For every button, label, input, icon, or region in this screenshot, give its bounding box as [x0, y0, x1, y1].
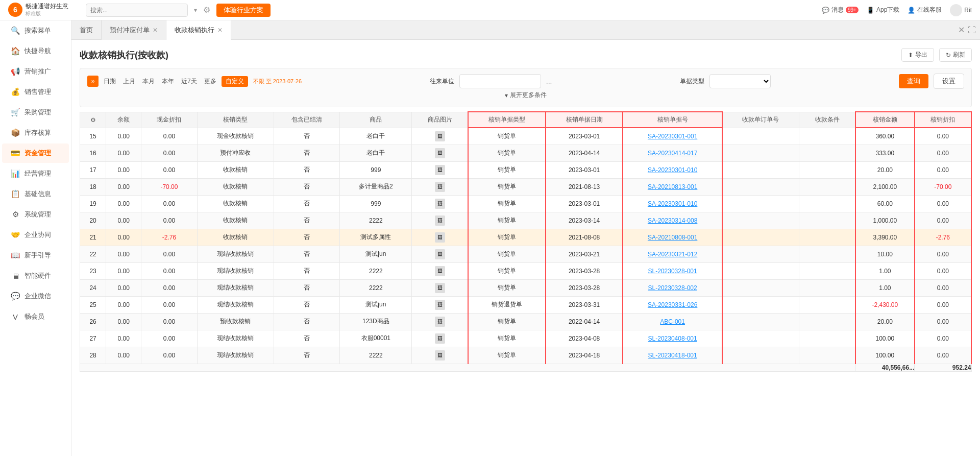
user-item[interactable]: Rit	[950, 4, 972, 16]
sidebar: 🔍 搜索菜单 🏠 快捷导航 📢 营销推广 💰 销售管理 🛒 采购管理 📦 库存核…	[0, 20, 71, 456]
row-balance: 0.00	[106, 145, 141, 161]
row-balance: 0.00	[106, 313, 141, 330]
sidebar-item-inventory[interactable]: 📦 库存核算	[2, 123, 69, 142]
search-input[interactable]	[86, 4, 188, 17]
row-writeoff-bill-date: 2022-04-14	[546, 313, 623, 330]
row-writeoff-bill-no[interactable]: SL-20230328-002	[623, 279, 722, 296]
date-opt-last-month[interactable]: 上月	[121, 76, 137, 87]
sidebar-item-system[interactable]: ⚙ 系统管理	[2, 205, 69, 224]
row-writeoff-bill-no[interactable]: SA-20230321-012	[623, 246, 722, 262]
sidebar-item-finance[interactable]: 💳 资金管理	[2, 143, 69, 163]
brand-name: 畅捷通谱好生意	[26, 3, 68, 10]
sidebar-item-wechat[interactable]: 💬 企业微信	[2, 286, 69, 306]
row-writeoff-bill-no[interactable]: SA-20230414-017	[623, 145, 722, 161]
row-receipt-order-no	[722, 145, 799, 161]
row-receipt-order-no	[722, 195, 799, 212]
row-writeoff-type: 现结收款核销	[197, 347, 274, 364]
row-writeoff-bill-date: 2023-04-14	[546, 145, 623, 161]
row-writeoff-bill-no[interactable]: SL-20230328-001	[623, 262, 722, 279]
sidebar-label-finance: 资金管理	[24, 149, 51, 158]
row-writeoff-amount: 1,000.00	[855, 212, 915, 229]
row-writeoff-bill-no[interactable]: SA-20230301-010	[623, 161, 722, 178]
search-chevron-icon[interactable]: ▾	[194, 7, 197, 14]
th-settings[interactable]: ⚙	[80, 112, 106, 128]
row-no: 23	[80, 262, 106, 279]
row-writeoff-bill-no[interactable]: SL-20230408-001	[623, 330, 722, 347]
product-image-cell: 🖼	[412, 313, 468, 330]
tab-close-all-icon[interactable]: ✕	[958, 25, 965, 35]
row-receipt-order-no	[722, 128, 799, 145]
date-opt-more[interactable]: 更多	[202, 76, 218, 87]
row-writeoff-bill-no[interactable]: SA-20210808-001	[623, 229, 722, 246]
row-writeoff-type: 现结收款核销	[197, 296, 274, 313]
export-button[interactable]: ⬆ 导出	[901, 48, 934, 62]
tab-maximize-icon[interactable]: ⛶	[968, 26, 976, 35]
settings-button[interactable]: 设置	[934, 74, 964, 89]
row-balance: 0.00	[106, 262, 141, 279]
tab-home[interactable]: 首页	[71, 20, 102, 40]
sidebar-item-marketing[interactable]: 📢 营销推广	[2, 62, 69, 81]
row-writeoff-bill-no[interactable]: SA-20230301-010	[623, 195, 722, 212]
expand-more-conditions[interactable]: ▾ 展开更多条件	[87, 89, 964, 102]
row-cash-discount: 0.00	[141, 246, 198, 262]
avatar	[950, 4, 962, 16]
row-cash-discount: 0.00	[141, 161, 198, 178]
row-writeoff-amount: 10.00	[855, 246, 915, 262]
sidebar-item-purchase[interactable]: 🛒 采购管理	[2, 103, 69, 122]
sidebar-item-search-menu[interactable]: 🔍 搜索菜单	[2, 21, 69, 40]
query-button[interactable]: 查询	[899, 74, 928, 88]
sidebar-item-enterprise[interactable]: 🤝 企业协同	[2, 225, 69, 245]
row-writeoff-amount: 2,100.00	[855, 178, 915, 195]
solution-button[interactable]: 体验行业方案	[216, 4, 271, 17]
online-service-item[interactable]: 👤 在线客服	[908, 6, 942, 14]
sidebar-item-guide[interactable]: 📖 新手引导	[2, 246, 69, 265]
gear-icon[interactable]: ⚙	[203, 5, 210, 15]
th-product-image: 商品图片	[412, 112, 468, 128]
product-image-cell: 🖼	[412, 279, 468, 296]
tab-collection[interactable]: 收款核销执行 ✕	[166, 20, 231, 40]
row-writeoff-bill-type: 销货单	[468, 145, 546, 161]
sidebar-item-member[interactable]: V 畅会员	[2, 307, 69, 326]
row-receipt-condition	[799, 246, 855, 262]
row-balance: 0.00	[106, 296, 141, 313]
row-writeoff-bill-no[interactable]: SA-20230301-001	[623, 128, 722, 145]
from-unit-dots[interactable]: ...	[546, 77, 552, 85]
row-writeoff-bill-type: 销货单	[468, 347, 546, 364]
row-writeoff-bill-no[interactable]: SA-20210813-001	[623, 178, 722, 195]
row-cash-discount: 0.00	[141, 128, 198, 145]
row-receipt-condition	[799, 347, 855, 364]
date-opt-this-year[interactable]: 本年	[160, 76, 176, 87]
row-cash-discount: 0.00	[141, 313, 198, 330]
message-item[interactable]: 💬 消息 99+	[822, 6, 859, 14]
sidebar-item-sales[interactable]: 💰 销售管理	[2, 82, 69, 102]
sidebar-item-operation[interactable]: 📊 经营管理	[2, 164, 69, 183]
filter-expand-btn[interactable]: »	[87, 76, 99, 87]
date-opt-this-month[interactable]: 本月	[140, 76, 157, 87]
row-writeoff-bill-no[interactable]: SA-20230331-026	[623, 296, 722, 313]
date-opt-7days[interactable]: 近7天	[179, 76, 199, 87]
row-receipt-condition	[799, 178, 855, 195]
brand-sub: 标准版	[26, 10, 68, 17]
row-writeoff-discount: 0.00	[915, 128, 971, 145]
sidebar-item-quick-nav[interactable]: 🏠 快捷导航	[2, 41, 69, 61]
sidebar-item-hardware[interactable]: 🖥 智能硬件	[2, 266, 69, 285]
receipt-type-select[interactable]	[709, 74, 771, 88]
row-writeoff-bill-no[interactable]: ABC-001	[623, 313, 722, 330]
tab-collection-close-icon[interactable]: ✕	[217, 27, 223, 34]
row-writeoff-discount: 0.00	[915, 145, 971, 161]
row-writeoff-amount: 1.00	[855, 279, 915, 296]
tab-prepay-close-icon[interactable]: ✕	[153, 27, 158, 34]
app-download-item[interactable]: 📱 App下载	[867, 6, 899, 14]
row-writeoff-bill-type: 销货单	[468, 330, 546, 347]
page-header: 收款核销执行(按收款) ⬆ 导出 ↻ 刷新	[80, 48, 972, 62]
from-unit-input[interactable]	[459, 74, 541, 88]
product-image-cell: 🖼	[412, 195, 468, 212]
sidebar-item-basic[interactable]: 📋 基础信息	[2, 184, 69, 204]
row-writeoff-bill-no[interactable]: SA-20230314-008	[623, 212, 722, 229]
row-writeoff-bill-no[interactable]: SL-20230418-001	[623, 347, 722, 364]
tab-prepay[interactable]: 预付冲应付单 ✕	[102, 20, 166, 40]
date-opt-custom[interactable]: 自定义	[222, 76, 248, 87]
row-writeoff-type: 收款核销	[197, 229, 274, 246]
table-row: 23 0.00 0.00 现结收款核销 否 2222 🖼 销货单 2023-03…	[80, 262, 972, 279]
refresh-button[interactable]: ↻ 刷新	[939, 48, 972, 62]
